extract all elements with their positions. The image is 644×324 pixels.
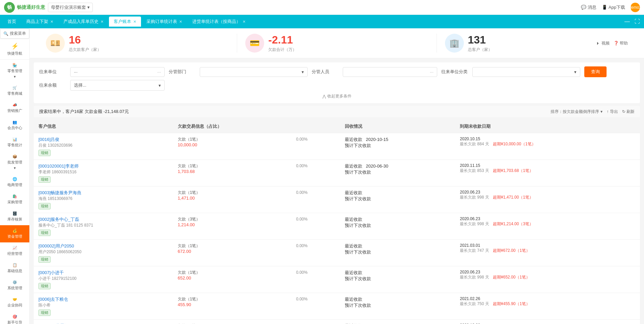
- debt-label: 欠款（1笔）: [178, 190, 284, 196]
- sidebar-search-btn[interactable]: 🔍 搜索菜单: [0, 28, 29, 39]
- app-download-btn[interactable]: 📱 App下载: [602, 4, 625, 10]
- collapse-btn[interactable]: ⋀ 收起更多条件: [39, 93, 635, 99]
- customer-name[interactable]: [0003]畅捷服务尹海燕: [38, 190, 81, 195]
- overdue-info: 最长欠款 998 天 超期¥1,471.00（1笔）: [460, 195, 635, 200]
- mall-icon: 🛒: [12, 86, 17, 90]
- debt-info-cell: 欠款（1笔） 429.00: [173, 320, 289, 324]
- video-btn[interactable]: ⏵ 视频: [596, 40, 609, 46]
- customer-name[interactable]: [000002]用户2050: [38, 243, 74, 248]
- customer-name[interactable]: [0001020001]李老师: [38, 164, 79, 169]
- stat-amount: 💳 -2.11 欠款合计（万）: [237, 34, 437, 53]
- stats-bar: 💴 16 总欠款客户（家） 💳 -2.11 欠款合计（万） 🏢 131 总客户（…: [30, 28, 644, 58]
- sidebar-item-beginner[interactable]: 🎯 新手引导: [0, 311, 29, 324]
- tab-product-listing[interactable]: 商品上下架 ✕: [22, 17, 58, 27]
- customer-name[interactable]: [0016]吕俊: [38, 137, 59, 142]
- overdue-link[interactable]: 超期¥455.90（1笔）: [493, 301, 530, 306]
- tab-customer-account[interactable]: 客户账本 ✕: [109, 17, 141, 27]
- refresh-btn[interactable]: ↻ 刷新: [622, 109, 635, 115]
- recovery-cell: 最近收款 预计下次收款: [340, 266, 455, 293]
- overdue-link[interactable]: 超期¥1,703.68（1笔）: [493, 168, 533, 173]
- debt-percent-cell: 0.00%: [289, 320, 340, 324]
- sidebar: 🔍 搜索菜单 ⚡ 快捷导航 🏪 零售管理 ▾ 🛒 零售商城 📣 营销推广 👥 会…: [0, 28, 30, 324]
- search-button[interactable]: 查询: [584, 66, 607, 77]
- tab-product-listing-label: 商品上下架: [26, 19, 48, 25]
- minimize-icon[interactable]: —: [623, 17, 631, 26]
- tab-home[interactable]: 首页: [3, 17, 21, 27]
- close-icon[interactable]: ✕: [101, 20, 104, 24]
- customer-phone: 海燕 18513066976: [38, 196, 168, 202]
- user-avatar-btn[interactable]: demo2: [631, 3, 640, 12]
- col-recovery: 回收情况: [340, 120, 455, 133]
- export-icon: ↑: [607, 109, 609, 114]
- filters-panel: 往来单位 ··· 分管部门 ▾ 分管人员 往来单位分类 ▾ 查询: [34, 62, 640, 103]
- close-icon[interactable]: ✕: [243, 20, 246, 24]
- debt-amount[interactable]: 1,703.68: [178, 169, 284, 174]
- debt-amount[interactable]: 672.00: [178, 249, 284, 254]
- customer-name[interactable]: [0007]小进千: [38, 270, 64, 275]
- sort-select[interactable]: 排序：按欠款金额倒序排序 ▾: [551, 109, 603, 115]
- sidebar-item-retail-mgmt[interactable]: 🏪 零售管理 ▾: [0, 60, 29, 82]
- results-actions: 排序：按欠款金额倒序排序 ▾ ↑ 导出 ↻ 刷新: [551, 109, 635, 115]
- debt-percent: 0.00%: [296, 217, 308, 222]
- stat-total-label: 总客户（家）: [468, 47, 592, 53]
- due-date: 2020.11.15: [460, 163, 635, 168]
- debt-amount[interactable]: 652.00: [178, 275, 284, 281]
- sidebar-item-wholesale[interactable]: 📦 批发管理 ▾: [0, 151, 29, 174]
- debt-info-cell: 欠款（1笔） 1,471.00: [173, 186, 289, 213]
- sidebar-item-inventory[interactable]: 🗄️ 库存核算: [0, 208, 29, 225]
- col-customer-info: 客户信息: [34, 120, 173, 133]
- tab-inbound-history[interactable]: 产成品入库单历史 ✕: [59, 17, 108, 27]
- due-date-cell: 2020.06.23 最长欠款 998 天 超期¥652.00（1笔）: [455, 266, 640, 293]
- sidebar-item-retail-stats[interactable]: 📊 零售统计: [0, 134, 29, 151]
- overdue-link[interactable]: 超期¥1,214.00（3笔）: [493, 222, 533, 226]
- from-unit-input[interactable]: ···: [70, 67, 165, 77]
- person-input[interactable]: [343, 67, 437, 77]
- close-icon[interactable]: ✕: [133, 20, 136, 24]
- sidebar-item-enterprise-collab[interactable]: 🤝 企业协同: [0, 294, 29, 311]
- recovery-cell: 最近收款 预计下次收款: [340, 240, 455, 266]
- overdue-link[interactable]: 超期¥672.00（1笔）: [493, 248, 530, 253]
- debt-info-cell: 欠款（3笔） 1,214.00: [173, 213, 289, 240]
- close-icon[interactable]: ✕: [179, 20, 182, 24]
- help-btn[interactable]: ❓ 帮助: [614, 40, 628, 46]
- sidebar-item-quick-nav[interactable]: ⚡ 快捷导航: [0, 39, 29, 59]
- sidebar-item-ecommerce[interactable]: 🌐 电商管理: [0, 174, 29, 191]
- sidebar-item-operation[interactable]: 📈 经营管理: [0, 242, 29, 260]
- balance-input[interactable]: 选择... ▾: [70, 80, 165, 91]
- sidebar-item-marketing[interactable]: 📣 营销推广: [0, 99, 29, 117]
- overdue-link[interactable]: 超期¥652.00（1笔）: [493, 275, 530, 279]
- customer-info-cell: [0006]去下粮仓 陈小希 现销: [34, 293, 173, 320]
- overdue-link[interactable]: 超期¥10,000.00（1笔）: [493, 142, 536, 146]
- unit-category-input[interactable]: ▾: [472, 67, 580, 77]
- sidebar-item-purchase[interactable]: 🛍️ 采购管理: [0, 191, 29, 208]
- member-icon: 👥: [12, 120, 17, 124]
- messages-btn[interactable]: 💬 消息: [581, 4, 596, 10]
- close-icon[interactable]: ✕: [50, 20, 53, 24]
- debt-amount[interactable]: 1,214.00: [178, 222, 284, 227]
- dept-input[interactable]: ▾: [200, 67, 308, 77]
- debt-amount[interactable]: 455.90: [178, 302, 284, 307]
- tab-purchase-order-stats[interactable]: 采购订单统计表 ✕: [142, 17, 187, 27]
- overdue-link[interactable]: 超期¥1,471.00（1笔）: [493, 195, 533, 200]
- debt-percent: 0.00%: [296, 297, 308, 301]
- sidebar-item-retail-mall[interactable]: 🛒 零售商城: [0, 82, 29, 99]
- sidebar-item-finance[interactable]: 💰 资金管理: [0, 225, 29, 242]
- company-selector[interactable]: 母婴行业演示账套 ▾: [48, 3, 93, 12]
- customer-name[interactable]: [0002]服务中心_丁磊: [38, 217, 79, 222]
- sidebar-item-basic-info[interactable]: 📋 基础信息: [0, 260, 29, 277]
- latest-pay-label: 最近收款 2020-10-15: [345, 137, 451, 143]
- overdue-days: 最长欠款 747 天: [460, 248, 489, 253]
- from-unit-placeholder: ···: [74, 69, 78, 75]
- export-btn[interactable]: ↑ 导出: [607, 109, 618, 115]
- sidebar-item-system[interactable]: ⚙️ 系统管理: [0, 277, 29, 294]
- debt-info-cell: 欠款（1笔） 1,703.68: [173, 160, 289, 186]
- sidebar-item-member[interactable]: 👥 会员中心: [0, 117, 29, 134]
- customer-name[interactable]: [0006]去下粮仓: [38, 297, 68, 302]
- debt-amount[interactable]: 1,471.00: [178, 196, 284, 201]
- tab-inbound-stats[interactable]: 进货单统计表（按商品） ✕: [188, 17, 250, 27]
- customer-info-cell: [000001]黄思源 黄思源 13552700226 现销: [34, 320, 173, 324]
- debt-amount[interactable]: 10,000.00: [178, 142, 284, 147]
- expand-icon[interactable]: ⛶: [633, 17, 641, 26]
- recovery-cell: 最近收款 预计下次收款: [340, 293, 455, 320]
- stat-owing-icon: 💴: [46, 34, 65, 53]
